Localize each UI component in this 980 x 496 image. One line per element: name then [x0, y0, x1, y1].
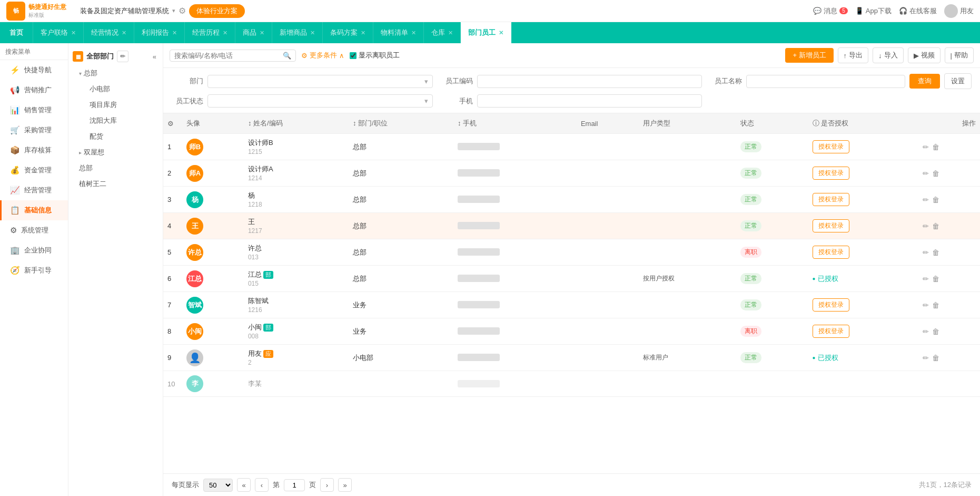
- tab-close-icon[interactable]: ✕: [361, 30, 365, 36]
- sidebar-item-business[interactable]: 📈经营管理: [0, 180, 68, 200]
- tab-close-icon[interactable]: ✕: [223, 30, 227, 36]
- edit-button[interactable]: ✏: [923, 196, 929, 204]
- delete-button[interactable]: 🗑: [932, 275, 939, 283]
- sidebar-item-basic-info[interactable]: 📋基础信息: [0, 200, 68, 220]
- delete-button[interactable]: 🗑: [932, 169, 939, 178]
- dept-collapse-button[interactable]: «: [153, 53, 156, 61]
- show-resigned-input[interactable]: [350, 52, 357, 59]
- dept-select[interactable]: ▾: [207, 75, 433, 88]
- sidebar-item-guide[interactable]: 🧭新手引导: [0, 260, 68, 280]
- col-phone[interactable]: ↕ 手机: [453, 113, 577, 134]
- app-download-button[interactable]: 📱 App下载: [855, 6, 892, 16]
- delete-button[interactable]: 🗑: [932, 248, 939, 257]
- tab-close-icon[interactable]: ✕: [71, 30, 76, 36]
- dept-edit-button[interactable]: ✏: [117, 51, 128, 62]
- delete-button[interactable]: 🗑: [932, 143, 939, 151]
- auth-login-button[interactable]: 授权登录: [813, 298, 849, 312]
- dept-item-shenyangdaku[interactable]: 沈阳大库: [79, 113, 163, 129]
- nav-tab-新增商品[interactable]: 新增商品 ✕: [272, 22, 323, 43]
- delete-button[interactable]: 🗑: [932, 196, 939, 204]
- empstatus-select[interactable]: ▾: [207, 94, 433, 108]
- sidebar-item-purchase[interactable]: 🛒采购管理: [0, 120, 68, 140]
- auth-login-button[interactable]: 授权登录: [813, 219, 849, 232]
- delete-button[interactable]: 🗑: [932, 354, 939, 362]
- dept-group-header-shuangwuxiang[interactable]: ▸ 双屋想: [73, 144, 163, 160]
- tab-close-icon[interactable]: ✕: [310, 30, 315, 36]
- dept-item-xiangmukufang[interactable]: 项目库房: [79, 97, 163, 113]
- edit-button[interactable]: ✏: [923, 327, 929, 336]
- auth-login-button[interactable]: 授权登录: [813, 167, 849, 180]
- sidebar-item-sales[interactable]: 📊销售管理: [0, 100, 68, 120]
- prev-page-button[interactable]: ‹: [255, 478, 269, 492]
- phone-input[interactable]: [477, 94, 702, 108]
- online-service-button[interactable]: 🎧 在线客服: [899, 6, 937, 16]
- nav-tab-经营历程[interactable]: 经营历程 ✕: [185, 22, 235, 43]
- first-page-button[interactable]: «: [237, 478, 251, 492]
- nav-tab-部门员工[interactable]: 部门员工 ✕: [461, 22, 511, 43]
- dept-item-peihuo[interactable]: 配货: [79, 129, 163, 144]
- page-size-select[interactable]: 50 100: [203, 479, 233, 492]
- next-page-button[interactable]: ›: [320, 478, 334, 492]
- trial-button[interactable]: 体验行业方案: [189, 4, 245, 18]
- auth-login-button[interactable]: 授权登录: [813, 246, 849, 259]
- nav-tab-客户联络[interactable]: 客户联络 ✕: [33, 22, 84, 43]
- sidebar-item-finance[interactable]: 💰资金管理: [0, 160, 68, 180]
- page-number-input[interactable]: [284, 479, 305, 491]
- tab-close-icon[interactable]: ✕: [172, 30, 177, 36]
- auth-login-button[interactable]: 授权登录: [813, 193, 849, 206]
- nav-tab-条码方案[interactable]: 条码方案 ✕: [323, 22, 373, 43]
- set-button[interactable]: 设置: [944, 73, 972, 89]
- import-button[interactable]: ↓ 导入: [873, 47, 904, 63]
- tab-close-icon[interactable]: ✕: [499, 30, 503, 36]
- message-button[interactable]: 💬 消息 5: [813, 6, 848, 16]
- nav-tab-仓库[interactable]: 仓库 ✕: [424, 22, 461, 43]
- auth-login-button[interactable]: 授权登录: [813, 325, 849, 338]
- dropdown-arrow-icon[interactable]: ▾: [172, 7, 175, 14]
- auth-login-button[interactable]: 授权登录: [813, 140, 849, 153]
- col-name[interactable]: ↕ 姓名/编码: [244, 113, 349, 134]
- add-employee-button[interactable]: + 新增员工: [785, 48, 833, 63]
- sidebar-item-marketing[interactable]: 📢营销推广: [0, 80, 68, 100]
- edit-button[interactable]: ✏: [923, 143, 929, 151]
- dept-item-xiaodianbu[interactable]: 小电部: [79, 81, 163, 97]
- sidebar-item-system[interactable]: ⚙系统管理: [0, 220, 68, 240]
- sidebar-item-company[interactable]: 🏢企业协同: [0, 240, 68, 260]
- empcode-input[interactable]: [477, 75, 702, 88]
- sidebar-item-quick-nav[interactable]: ⚡快捷导航: [0, 60, 68, 80]
- last-page-button[interactable]: »: [338, 478, 352, 492]
- dept-item-zongbu2[interactable]: 总部: [68, 160, 163, 176]
- empname-input[interactable]: [746, 75, 905, 88]
- search-input[interactable]: [174, 52, 280, 60]
- nav-tab-首页[interactable]: 首页: [0, 22, 33, 43]
- settings-icon[interactable]: ⚙: [179, 6, 186, 16]
- dept-item-zhishuwanger[interactable]: 植树王二: [68, 176, 163, 192]
- edit-button[interactable]: ✏: [923, 301, 929, 309]
- query-button[interactable]: 查询: [909, 74, 940, 89]
- edit-button[interactable]: ✏: [923, 275, 929, 283]
- edit-button[interactable]: ✏: [923, 222, 929, 230]
- edit-button[interactable]: ✏: [923, 169, 929, 178]
- dept-group-header-zongbu[interactable]: ▾ 总部: [73, 65, 163, 81]
- tab-close-icon[interactable]: ✕: [122, 30, 126, 36]
- export-button[interactable]: ↑ 导出: [838, 47, 869, 63]
- nav-tab-物料清单[interactable]: 物料清单 ✕: [373, 22, 424, 43]
- tab-close-icon[interactable]: ✕: [260, 30, 264, 36]
- more-conditions-button[interactable]: ⚙ 更多条件 ∧: [301, 51, 344, 60]
- delete-button[interactable]: 🗑: [932, 301, 939, 309]
- view-button[interactable]: ▶ 视频: [908, 47, 941, 63]
- edit-button[interactable]: ✏: [923, 354, 929, 362]
- col-settings[interactable]: ⚙: [163, 113, 182, 134]
- show-resigned-checkbox[interactable]: 显示离职员工: [350, 51, 400, 60]
- tab-close-icon[interactable]: ✕: [411, 30, 416, 36]
- edit-button[interactable]: ✏: [923, 248, 929, 257]
- nav-tab-经营情况[interactable]: 经营情况 ✕: [84, 22, 134, 43]
- sidebar-item-inventory[interactable]: 📦库存核算: [0, 140, 68, 160]
- delete-button[interactable]: 🗑: [932, 327, 939, 336]
- col-dept[interactable]: ↕ 部门/职位: [349, 113, 453, 134]
- user-menu[interactable]: 用友: [944, 4, 974, 18]
- tab-close-icon[interactable]: ✕: [448, 30, 453, 36]
- nav-tab-利润报告[interactable]: 利润报告 ✕: [134, 22, 185, 43]
- help-button[interactable]: | 帮助: [945, 47, 974, 63]
- delete-button[interactable]: 🗑: [932, 222, 939, 230]
- nav-tab-商品[interactable]: 商品 ✕: [235, 22, 272, 43]
